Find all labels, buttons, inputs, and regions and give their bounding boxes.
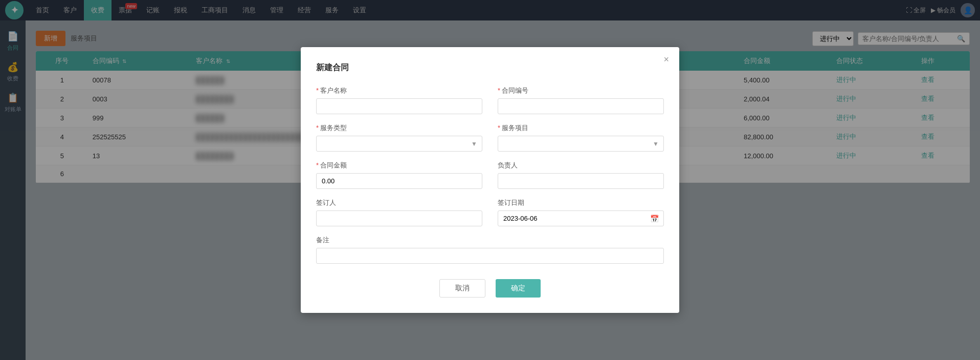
confirm-button[interactable]: 确定 <box>496 279 541 298</box>
field-sign-date: 签订日期 📅 <box>498 198 664 226</box>
field-responsible: 负责人 <box>498 161 664 189</box>
signer-input[interactable] <box>316 210 482 226</box>
modal-footer: 取消 确定 <box>316 279 664 298</box>
new-contract-modal: 新建合同 × *客户名称 *合同编号 *服务类型 <box>301 47 679 313</box>
responsible-input[interactable] <box>498 173 664 189</box>
amount-input[interactable] <box>316 173 482 189</box>
field-customer: *客户名称 <box>316 86 482 114</box>
cancel-button[interactable]: 取消 <box>439 279 485 298</box>
sign-date-wrap: 📅 <box>498 210 664 226</box>
service-item-select-wrap: ▼ <box>498 136 664 152</box>
modal-title: 新建合同 <box>316 62 664 73</box>
field-amount: *合同金额 <box>316 161 482 189</box>
service-type-select[interactable] <box>316 136 482 152</box>
customer-label: *客户名称 <box>316 86 482 95</box>
field-service-type: *服务类型 ▼ <box>316 123 482 152</box>
field-signer: 签订人 <box>316 198 482 226</box>
sign-date-input[interactable] <box>498 210 664 226</box>
field-notes: 备注 <box>316 236 664 264</box>
responsible-label: 负责人 <box>498 161 664 170</box>
modal-close-button[interactable]: × <box>663 55 669 64</box>
service-type-select-wrap: ▼ <box>316 136 482 152</box>
sign-date-label: 签订日期 <box>498 198 664 207</box>
service-item-select[interactable] <box>498 136 664 152</box>
notes-label: 备注 <box>316 236 664 245</box>
amount-label: *合同金额 <box>316 161 482 170</box>
service-item-label: *服务项目 <box>498 123 664 133</box>
contract-no-label: *合同编号 <box>498 86 664 95</box>
field-service-item: *服务项目 ▼ <box>498 123 664 152</box>
form-grid: *客户名称 *合同编号 *服务类型 ▼ <box>316 86 664 264</box>
contract-no-input[interactable] <box>498 98 664 114</box>
signer-label: 签订人 <box>316 198 482 207</box>
service-type-label: *服务类型 <box>316 123 482 133</box>
field-contract-no: *合同编号 <box>498 86 664 114</box>
modal-overlay: 新建合同 × *客户名称 *合同编号 *服务类型 <box>0 0 980 360</box>
notes-input[interactable] <box>316 248 664 264</box>
customer-input[interactable] <box>316 98 482 114</box>
